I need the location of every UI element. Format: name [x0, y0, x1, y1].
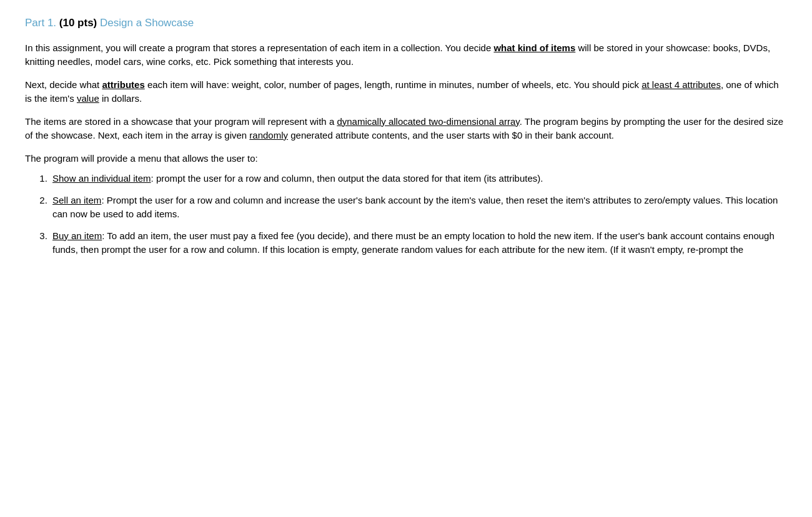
p2-mid: each item will have: weight, color, numb… [145, 79, 641, 90]
item1-title: Show an individual item [52, 173, 151, 184]
part-label: Part 1. [25, 17, 56, 29]
list-item-2: Sell an item: Prompt the user for a row … [50, 194, 787, 222]
paragraph-3: The items are stored in a showcase that … [25, 115, 787, 143]
p3-randomly: randomly [249, 130, 288, 140]
p2-at-least: at least 4 attributes [641, 79, 721, 90]
p3-dynamically: dynamically allocated two-dimensional ar… [337, 116, 519, 127]
item2-rest: : Prompt the user for a row and column a… [52, 195, 778, 220]
pts-label: (10 pts) [59, 17, 97, 29]
paragraph-4: The program will provide a menu that all… [25, 152, 787, 166]
item3-rest: : To add an item, the user must pay a fi… [52, 230, 775, 255]
item1-rest: : prompt the user for a row and column, … [151, 173, 543, 184]
p2-end: in dollars. [99, 93, 142, 104]
p3-end: generated attribute contents, and the us… [288, 130, 614, 140]
p2-start: Next, decide what [25, 79, 102, 90]
p4-text: The program will provide a menu that all… [25, 153, 258, 164]
paragraph-2: Next, decide what attributes each item w… [25, 78, 787, 106]
list-item-1: Show an individual item: prompt the user… [50, 172, 787, 186]
p3-start: The items are stored in a showcase that … [25, 116, 337, 127]
menu-list: Show an individual item: prompt the user… [50, 172, 787, 257]
item3-title: Buy an item [52, 230, 102, 241]
p2-value: value [77, 93, 99, 104]
list-item-3: Buy an item: To add an item, the user mu… [50, 229, 787, 257]
p1-bold-underline: what kind of items [493, 42, 575, 53]
design-showcase-label: Design a Showcase [100, 17, 194, 29]
paragraph-1: In this assignment, you will create a pr… [25, 41, 787, 69]
item2-title: Sell an item [52, 195, 101, 205]
p1-text: In this assignment, you will create a pr… [25, 42, 493, 53]
p2-attributes: attributes [102, 79, 144, 90]
page-title: Part 1. (10 pts) Design a Showcase [25, 15, 787, 31]
